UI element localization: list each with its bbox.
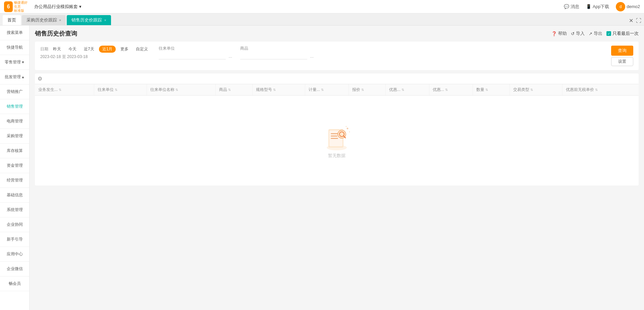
date-filter-group: 日期 昨天 今天 近7天 近1月 更多 自定义 2023-02-18 至 202… [40, 46, 151, 60]
chevron-down-icon: ▾ [79, 4, 82, 9]
th-partner-name[interactable]: 往来单位名称 ⇅ [147, 84, 215, 96]
sidebar-item-system[interactable]: 系统管理 [0, 203, 29, 217]
partner-input[interactable] [159, 53, 226, 59]
date-btn-last1month[interactable]: 近1月 [99, 46, 116, 53]
svg-rect-4 [331, 136, 337, 137]
table-settings-icon[interactable]: ⚙ [38, 75, 42, 82]
sort-icon: ⇅ [361, 88, 364, 92]
th-discount1[interactable]: 优惠... ⇅ [386, 84, 429, 96]
sidebar-item-operations[interactable]: 经营管理 [0, 173, 29, 188]
sidebar-item-inventory[interactable]: 库存核算 [0, 144, 29, 158]
top-bar: 6 畅捷通好生意 标准版 办公用品行业模拟账套 ▾ 💬 消息 📱 App下载 d… [0, 0, 644, 13]
tab-home[interactable]: 首页 [3, 15, 21, 25]
product-input-group: ... [240, 53, 314, 59]
sort-icon: ⇅ [595, 88, 598, 92]
tab-bar-controls: ✕ ⛶ [629, 17, 641, 25]
sidebar-item-basic-info[interactable]: 基础信息 [0, 188, 29, 203]
checkbox-checked-icon: ✓ [606, 31, 611, 36]
date-btn-more[interactable]: 更多 [118, 46, 131, 53]
logo-area: 6 畅捷通好生意 标准版 [4, 1, 31, 13]
date-btn-custom[interactable]: 自定义 [133, 46, 151, 53]
table-header-row: 业务发生... ⇅ 往来单位 ⇅ [35, 84, 639, 96]
dropdown-selector[interactable]: 办公用品行业模拟账套 ▾ [34, 4, 83, 10]
filter-bar: 日期 昨天 今天 近7天 近1月 更多 自定义 2023-02-18 至 202… [35, 42, 639, 70]
main-layout: 搜索菜单 快捷导航 零售管理 ▼ 批发管理 ▲ 营销推广 销售管理 电商管理 采 [0, 25, 644, 310]
sidebar-item-sales-mgmt[interactable]: 销售管理 [0, 99, 29, 114]
empty-state: 暂无数据 [35, 96, 639, 186]
svg-point-11 [346, 126, 347, 127]
date-btn-last7days[interactable]: 近7天 [81, 46, 97, 53]
th-discount2[interactable]: 优惠... ⇅ [429, 84, 473, 96]
partner-dots[interactable]: ... [228, 54, 232, 59]
filter-actions: 查询 设置 [611, 46, 633, 66]
help-button[interactable]: ❓ 帮助 [551, 31, 567, 37]
empty-illustration [320, 122, 354, 153]
sidebar-item-ecommerce[interactable]: 电商管理 [0, 114, 29, 129]
th-qty[interactable]: 数量 ⇅ [473, 84, 509, 96]
th-trade-type[interactable]: 交易类型 ⇅ [509, 84, 562, 96]
sidebar-item-retail-mgmt[interactable]: 零售管理 ▼ [0, 55, 29, 70]
th-product[interactable]: 商品 ⇅ [215, 84, 252, 96]
sidebar-item-purchase-mgmt[interactable]: 采购管理 [0, 129, 29, 144]
sidebar-item-enterprise[interactable]: 企业协同 [0, 217, 29, 232]
table-container: ⚙ 业务发生... ⇅ [35, 73, 639, 186]
sidebar-item-app-center[interactable]: 应用中心 [0, 247, 29, 262]
logo-icon: 6 [4, 1, 13, 12]
product-dots[interactable]: ... [310, 54, 314, 59]
sidebar-item-search-menu[interactable]: 搜索菜单 [0, 25, 29, 40]
phone-icon: 📱 [586, 4, 591, 9]
sidebar: 搜索菜单 快捷导航 零售管理 ▼ 批发管理 ▲ 营销推广 销售管理 电商管理 采 [0, 25, 30, 310]
content-area: 销售历史价查询 ❓ 帮助 ↺ 导入 ↗ 导出 ✓ [30, 25, 644, 310]
sort-icon: ⇅ [228, 88, 231, 92]
product-filter-group: 商品 ... [240, 46, 314, 59]
close-window-icon[interactable]: ✕ [629, 17, 633, 24]
th-pretax-price[interactable]: 优惠前无税单价 ⇅ [562, 84, 639, 96]
page-title: 销售历史价查询 [35, 30, 77, 38]
avatar: d [616, 2, 625, 11]
fullscreen-icon[interactable]: ⛶ [636, 18, 641, 24]
query-button[interactable]: 查询 [611, 46, 633, 56]
sidebar-item-guide[interactable]: 新手引导 [0, 232, 29, 247]
date-btn-yesterday[interactable]: 昨天 [50, 46, 64, 53]
sort-icon: ⇅ [485, 88, 488, 92]
account-dropdown[interactable]: 办公用品行业模拟账套 ▾ [31, 4, 564, 10]
sidebar-item-marketing[interactable]: 营销推广 [0, 85, 29, 99]
th-partner-code[interactable]: 往来单位 ⇅ [94, 84, 147, 96]
sidebar-item-wholesale-mgmt[interactable]: 批发管理 ▲ [0, 70, 29, 85]
sidebar-item-quick-nav[interactable]: 快捷导航 [0, 40, 29, 55]
import-button[interactable]: ↺ 导入 [571, 31, 585, 37]
th-price[interactable]: 报价 ⇅ [348, 84, 385, 96]
svg-rect-5 [331, 138, 338, 139]
sort-icon: ⇅ [115, 88, 117, 92]
table-toolbar: ⚙ [35, 73, 639, 84]
sidebar-item-finance[interactable]: 资金管理 [0, 158, 29, 173]
message-button[interactable]: 💬 消息 [564, 4, 579, 10]
export-button[interactable]: ↗ 导出 [589, 31, 602, 37]
logo-text: 畅捷通好生意 标准版 [14, 1, 31, 13]
th-biz-date[interactable]: 业务发生... ⇅ [35, 84, 94, 96]
partner-filter-group: 往来单位 ... [159, 46, 232, 59]
partner-filter-label: 往来单位 [159, 46, 232, 51]
tab-purchase-history[interactable]: 采购历史价跟踪 × [22, 15, 66, 25]
sort-icon: ⇅ [175, 88, 178, 92]
only-latest-checkbox[interactable]: ✓ 只看最后一次 [606, 31, 639, 37]
app-download-button[interactable]: 📱 App下载 [586, 4, 609, 10]
date-btn-today[interactable]: 今天 [66, 46, 79, 53]
settings-button[interactable]: 设置 [611, 57, 633, 66]
tab-sales-history[interactable]: 销售历史价跟踪 × [67, 15, 111, 25]
date-filter-label: 日期 [40, 46, 48, 52]
svg-point-10 [349, 132, 350, 133]
page-actions: ❓ 帮助 ↺ 导入 ↗ 导出 ✓ 只看最后一次 [551, 31, 639, 37]
th-unit[interactable]: 计量... ⇅ [305, 84, 349, 96]
sidebar-item-enterprise-wechat[interactable]: 企业微信 [0, 262, 29, 276]
product-input[interactable] [240, 53, 307, 59]
data-table: 业务发生... ⇅ 往来单位 ⇅ [35, 84, 639, 186]
user-profile-button[interactable]: d demo2 [616, 2, 640, 11]
sidebar-item-vip[interactable]: 畅会员 [0, 276, 29, 291]
page-header: 销售历史价查询 ❓ 帮助 ↺ 导入 ↗ 导出 ✓ [35, 30, 639, 38]
top-bar-right: 💬 消息 📱 App下载 d demo2 [564, 2, 640, 11]
partner-input-group: ... [159, 53, 232, 59]
th-spec[interactable]: 规格型号 ⇅ [252, 84, 305, 96]
tab-purchase-history-close[interactable]: × [59, 18, 61, 22]
tab-sales-history-close[interactable]: × [104, 18, 106, 22]
